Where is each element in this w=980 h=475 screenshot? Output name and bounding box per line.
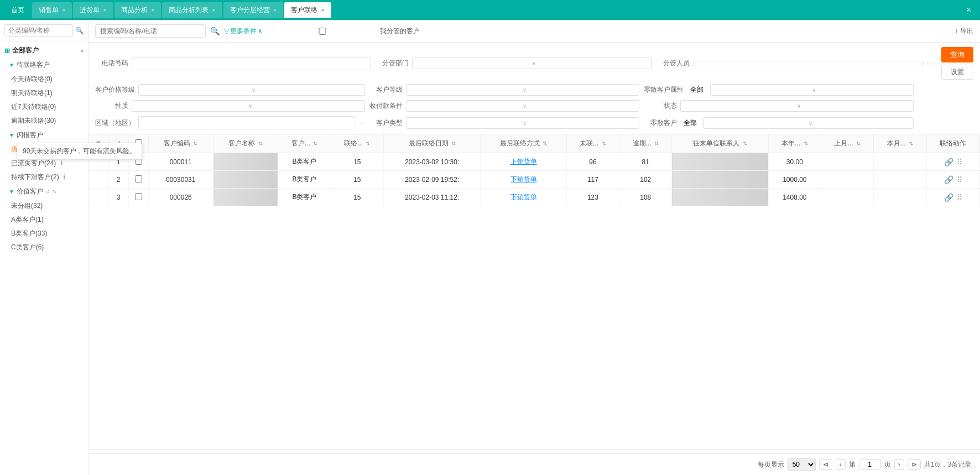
settings-button[interactable]: 设置 bbox=[941, 65, 973, 80]
tab-customer-contact-close[interactable]: × bbox=[321, 7, 324, 13]
tab-purchase-close[interactable]: × bbox=[103, 7, 106, 13]
cell-checkbox[interactable] bbox=[128, 189, 148, 206]
total-records: 共1页，3条记录 bbox=[924, 460, 971, 469]
customer-tier-select[interactable]: ∨ bbox=[406, 84, 639, 96]
tab-sales-close[interactable]: × bbox=[62, 7, 65, 13]
edit-icon[interactable]: ✎ bbox=[52, 189, 56, 195]
more-actions-icon[interactable]: ⠿ bbox=[957, 193, 962, 202]
search-input[interactable] bbox=[95, 24, 206, 38]
nature-select[interactable]: ∨ bbox=[132, 100, 365, 112]
contact-icon[interactable]: 🔗 bbox=[944, 175, 953, 184]
search-button[interactable]: 🔍 bbox=[210, 27, 220, 35]
col-overdue[interactable]: 逾期... ⇅ bbox=[619, 134, 672, 153]
prev-page-button[interactable]: ‹ bbox=[836, 459, 846, 470]
filter-cell-customer-type: 客户类型 ∨ bbox=[369, 117, 639, 129]
tab-home[interactable]: 首页 bbox=[4, 2, 31, 18]
col-code[interactable]: 客户编码 ⇅ bbox=[148, 134, 213, 153]
all-customers-header[interactable]: ⊞ 全部客户 « bbox=[0, 41, 88, 58]
sidebar-group-value[interactable]: ▼ 价值客户 ↺ ✎ bbox=[0, 184, 88, 199]
sidebar-search-icon[interactable]: 🔍 bbox=[75, 27, 84, 34]
window-close-button[interactable]: × bbox=[962, 5, 976, 15]
sidebar-item-today[interactable]: 今天待联络(0) bbox=[0, 72, 88, 86]
tab-analysis-list[interactable]: 商品分析列表 × bbox=[162, 2, 222, 18]
cell-last-method[interactable]: 下销货单 bbox=[481, 189, 566, 206]
cell-last-method[interactable]: 下销货单 bbox=[481, 171, 566, 189]
horizontal-scrollbar[interactable] bbox=[88, 449, 980, 453]
sidebar-item-overdue[interactable]: 逾期未联络(30) bbox=[0, 114, 88, 128]
cell-last-date: 2023-03-02 10:30: bbox=[383, 153, 480, 171]
sidebar-item-a-class[interactable]: A类客户(1) bbox=[0, 213, 88, 227]
sidebar-item-tomorrow[interactable]: 明天待联络(1) bbox=[0, 86, 88, 100]
cell-code: 00030031 bbox=[148, 171, 213, 189]
col-this-year[interactable]: 本年... ⇅ bbox=[768, 134, 821, 153]
cell-code: 000026 bbox=[148, 189, 213, 206]
sidebar-group-lost-risk[interactable]: ▼ 闪报客户 bbox=[0, 128, 88, 143]
status-select[interactable]: ∨ bbox=[680, 100, 914, 112]
cell-name bbox=[213, 189, 278, 206]
payment-select[interactable]: ∨ bbox=[406, 100, 639, 112]
col-type[interactable]: 客户... ⇅ bbox=[278, 134, 331, 153]
col-last-method[interactable]: 最后联络方式 ⇅ bbox=[481, 134, 566, 153]
cell-last-method[interactable]: 下销货单 bbox=[481, 153, 566, 171]
contact-icon[interactable]: 🔗 bbox=[944, 158, 953, 166]
col-contact[interactable]: 联络... ⇅ bbox=[331, 134, 383, 153]
sidebar-item-declining[interactable]: 持续下滑客户(2) ℹ bbox=[0, 170, 88, 184]
page-input[interactable] bbox=[859, 459, 881, 470]
cell-overdue: 81 bbox=[619, 153, 672, 171]
tab-customer-tier-close[interactable]: × bbox=[273, 7, 277, 13]
cell-gear bbox=[88, 171, 108, 189]
tab-customer-tier[interactable]: 客户分层经营 × bbox=[223, 2, 283, 18]
more-actions-icon[interactable]: ⠿ bbox=[957, 158, 962, 166]
next-page-button[interactable]: › bbox=[894, 459, 904, 470]
col-this-month[interactable]: 本月... ⇅ bbox=[874, 134, 926, 153]
dept-select[interactable]: ∨ bbox=[412, 58, 651, 69]
scattered-select[interactable]: ∨ bbox=[703, 117, 914, 129]
region-more-dots[interactable]: ··· bbox=[359, 119, 365, 127]
per-page-select[interactable]: 50 10 20 100 bbox=[788, 458, 816, 471]
tab-analysis[interactable]: 商品分析 × bbox=[114, 2, 161, 18]
col-no-contact[interactable]: 未联... ⇅ bbox=[566, 134, 619, 153]
col-name[interactable]: 客户名称 ⇅ bbox=[213, 134, 278, 153]
price-tier-select[interactable]: ∨ bbox=[138, 84, 365, 96]
scattered-attr-select[interactable]: ∨ bbox=[710, 84, 914, 96]
sidebar-group-pending[interactable]: ▼ 待联络客户 bbox=[0, 58, 88, 72]
contact-icon[interactable]: 🔗 bbox=[944, 193, 953, 202]
my-customers-check[interactable] bbox=[267, 28, 378, 35]
person-label: 分管人员 bbox=[656, 59, 690, 68]
chevron-down-icon-scattered2: ∨ bbox=[809, 120, 910, 126]
tab-sales[interactable]: 销售单 × bbox=[32, 2, 72, 18]
row-checkbox[interactable] bbox=[135, 193, 142, 200]
tab-purchase[interactable]: 进货单 × bbox=[73, 2, 113, 18]
sidebar-item-c-class[interactable]: C类客户(6) bbox=[0, 241, 88, 254]
last-page-button[interactable]: ⊳ bbox=[908, 459, 921, 470]
tab-analysis-label: 商品分析 bbox=[121, 6, 148, 15]
phone-input[interactable] bbox=[132, 57, 371, 70]
region-input[interactable] bbox=[138, 116, 356, 129]
more-conditions-button[interactable]: ▽ 更多条件 ∧ bbox=[224, 27, 263, 36]
arrow-icon: ▼ bbox=[9, 62, 14, 68]
tab-analysis-close[interactable]: × bbox=[151, 7, 154, 13]
sidebar-item-unsorted[interactable]: 未分组(32) bbox=[0, 199, 88, 213]
more-actions-icon[interactable]: ⠿ bbox=[957, 175, 962, 184]
sidebar-item-b-class[interactable]: B类客户(33) bbox=[0, 227, 88, 241]
cell-checkbox[interactable] bbox=[128, 171, 148, 189]
my-customers-checkbox[interactable]: 我分管的客户 bbox=[267, 27, 420, 36]
sidebar-search-input[interactable] bbox=[4, 24, 73, 36]
sidebar-item-7days[interactable]: 近7天待联络(0) bbox=[0, 100, 88, 114]
tab-analysis-list-close[interactable]: × bbox=[212, 7, 215, 13]
cell-overdue: 108 bbox=[619, 189, 672, 206]
row-checkbox[interactable] bbox=[135, 175, 142, 182]
dept-label: 分管部门 bbox=[376, 59, 409, 68]
col-unit-contact[interactable]: 往来单位联系人 ⇅ bbox=[672, 134, 768, 153]
col-last-month[interactable]: 上月... ⇅ bbox=[821, 134, 873, 153]
first-page-button[interactable]: ⊲ bbox=[819, 459, 832, 470]
export-button[interactable]: ↑ 导出 bbox=[955, 27, 973, 36]
sort-icon-method: ⇅ bbox=[543, 140, 547, 147]
person-select[interactable] bbox=[693, 61, 924, 66]
customer-type-select[interactable]: ∨ bbox=[406, 117, 639, 129]
refresh-icon[interactable]: ↺ bbox=[45, 189, 50, 195]
tab-customer-contact[interactable]: 客户联络 × bbox=[284, 2, 331, 18]
person-more-dots[interactable]: ··· bbox=[927, 60, 932, 67]
query-button[interactable]: 查询 bbox=[941, 47, 973, 62]
col-last-date[interactable]: 最后联络日期 ⇅ bbox=[383, 134, 480, 153]
